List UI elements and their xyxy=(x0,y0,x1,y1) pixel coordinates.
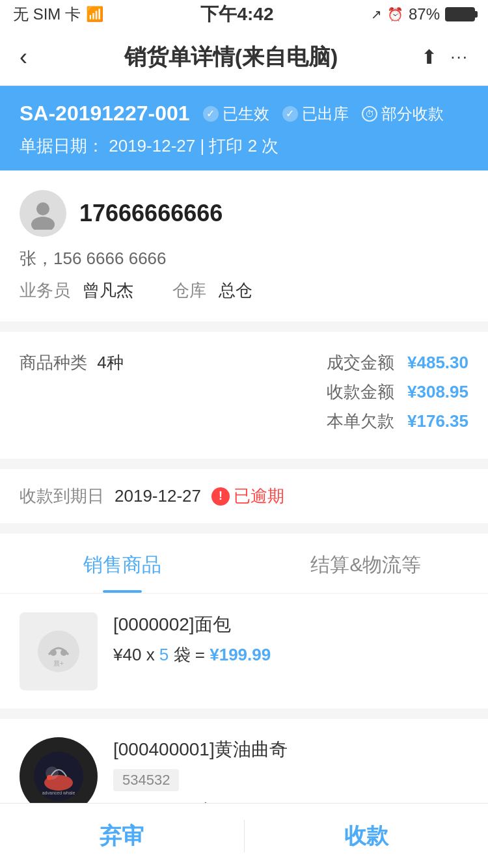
wifi-icon: 📶 xyxy=(86,6,103,23)
customer-phone: 17666666666 xyxy=(79,200,223,227)
status-time: 下午4:42 xyxy=(200,2,273,27)
warehouse-name: 总仓 xyxy=(219,280,252,300)
order-print-count: 2 xyxy=(248,136,257,156)
product-name-1: [0000002]面包 xyxy=(113,612,468,637)
debt-amount-row: 本单欠款 ¥176.35 xyxy=(327,410,468,433)
collect-payment-button[interactable]: 收款 xyxy=(245,808,489,864)
received-amount-row: 收款金额 ¥308.95 xyxy=(327,381,468,403)
customer-avatar xyxy=(20,190,66,237)
product-type-info: 商品种类 4种 xyxy=(20,351,124,374)
location-icon: ↗ xyxy=(371,7,382,22)
check-icon-2: ✓ xyxy=(282,106,298,122)
order-date-label: 单据日期： xyxy=(20,136,104,156)
tab-settlement[interactable]: 结算&物流等 xyxy=(244,534,488,593)
more-icon[interactable]: ··· xyxy=(450,47,468,67)
customer-contact: 张，156 6666 6666 xyxy=(20,247,468,270)
product-type-count: 4种 xyxy=(97,353,123,372)
product-unit-1: 袋 xyxy=(174,645,191,664)
badge-shipped: ✓ 已出库 xyxy=(282,103,349,124)
bottom-bar: 弃审 收款 xyxy=(0,803,488,868)
status-left: 无 SIM 卡 📶 xyxy=(13,4,103,25)
order-header: SA-20191227-001 ✓ 已生效 ✓ 已出库 ⏱ 部分收款 单据日期：… xyxy=(0,86,488,170)
svg-point-1 xyxy=(31,217,55,230)
order-date-line: 单据日期： 2019-12-27 | 打印 2 次 xyxy=(20,135,468,157)
svg-text:晨+: 晨+ xyxy=(53,660,64,667)
deal-amount-value: ¥485.30 xyxy=(407,353,468,373)
order-header-top: SA-20191227-001 ✓ 已生效 ✓ 已出库 ⏱ 部分收款 xyxy=(20,102,468,126)
overdue-icon: ! xyxy=(211,487,230,506)
badge-partial-payment: ⏱ 部分收款 xyxy=(362,103,444,124)
nav-actions: ⬆ ··· xyxy=(403,46,468,68)
svg-point-4 xyxy=(61,649,67,656)
deal-amount-row: 成交金额 ¥485.30 xyxy=(327,351,468,374)
status-right: ↗ ⏰ 87% xyxy=(371,5,475,23)
svg-text:advanced whale: advanced whale xyxy=(42,791,75,795)
product-qty-1: 5 xyxy=(159,645,169,664)
product-item-1: 晨+ [0000002]面包 ¥40 x 5 袋 = ¥199.99 xyxy=(0,594,488,709)
order-number: SA-20191227-001 xyxy=(20,102,190,126)
product-sku-2: 534532 xyxy=(113,769,179,791)
clock-icon: ⏱ xyxy=(362,106,377,122)
warehouse-label: 仓库 xyxy=(172,280,206,300)
product-unit-price-1: ¥40 xyxy=(113,645,141,664)
battery-icon xyxy=(445,7,475,21)
product-type-label: 商品种类 xyxy=(20,353,87,372)
product-name-2: [000400001]黄油曲奇 xyxy=(113,737,468,762)
customer-top: 17666666666 xyxy=(20,190,468,237)
received-amount-label: 收款金额 xyxy=(327,381,394,403)
back-button[interactable]: ‹ xyxy=(20,44,59,71)
sales-name: 曾凡杰 xyxy=(83,280,133,300)
page-title: 销货单详情(来自电脑) xyxy=(59,42,403,72)
order-print-label: | 打印 xyxy=(200,136,243,156)
overdue-badge: ! 已逾期 xyxy=(211,485,284,508)
svg-point-0 xyxy=(36,202,49,215)
badge-effective: ✓ 已生效 xyxy=(203,103,269,124)
customer-details: 业务员 曾凡杰 仓库 总仓 xyxy=(20,279,468,302)
debt-amount-value: ¥176.35 xyxy=(407,411,468,431)
svg-point-3 xyxy=(50,649,57,656)
received-amount-value: ¥308.95 xyxy=(407,382,468,402)
sales-label: 业务员 xyxy=(20,280,70,300)
due-date-value: 2019-12-27 xyxy=(115,486,201,506)
customer-section: 17666666666 张，156 6666 6666 业务员 曾凡杰 仓库 总… xyxy=(0,170,488,321)
svg-point-9 xyxy=(47,775,52,780)
product-price-1: ¥40 x 5 袋 = ¥199.99 xyxy=(113,644,468,666)
due-date-section: 收款到期日 2019-12-27 ! 已逾期 xyxy=(0,469,488,523)
order-date-value: 2019-12-27 xyxy=(109,136,195,156)
product-info-1: [0000002]面包 ¥40 x 5 袋 = ¥199.99 xyxy=(113,612,468,666)
status-bar: 无 SIM 卡 📶 下午4:42 ↗ ⏰ 87% xyxy=(0,0,488,29)
product-thumb-1: 晨+ xyxy=(20,612,98,690)
deal-amount-label: 成交金额 xyxy=(327,351,394,374)
debt-amount-label: 本单欠款 xyxy=(327,410,394,433)
summary-section: 商品种类 4种 成交金额 ¥485.30 收款金额 ¥308.95 本单欠款 ¥… xyxy=(0,332,488,459)
order-print-suffix: 次 xyxy=(262,136,278,156)
alarm-icon: ⏰ xyxy=(387,7,403,22)
product-total-1: ¥199.99 xyxy=(210,645,271,664)
warehouse-info: 仓库 总仓 xyxy=(172,279,252,302)
tab-bar: 销售商品 结算&物流等 xyxy=(0,534,488,593)
sales-info: 业务员 曾凡杰 xyxy=(20,279,133,302)
check-icon-1: ✓ xyxy=(203,106,219,122)
carrier-label: 无 SIM 卡 xyxy=(13,4,81,25)
overdue-text: 已逾期 xyxy=(234,485,284,508)
cancel-audit-button[interactable]: 弃审 xyxy=(0,808,244,864)
summary-row: 商品种类 4种 成交金额 ¥485.30 收款金额 ¥308.95 本单欠款 ¥… xyxy=(20,351,468,439)
nav-bar: ‹ 销货单详情(来自电脑) ⬆ ··· xyxy=(0,29,488,86)
amount-info: 成交金额 ¥485.30 收款金额 ¥308.95 本单欠款 ¥176.35 xyxy=(327,351,468,439)
due-date-label: 收款到期日 xyxy=(20,485,104,508)
tab-sales-products[interactable]: 销售商品 xyxy=(0,534,244,593)
battery-percent: 87% xyxy=(409,5,440,23)
share-icon[interactable]: ⬆ xyxy=(421,46,437,68)
